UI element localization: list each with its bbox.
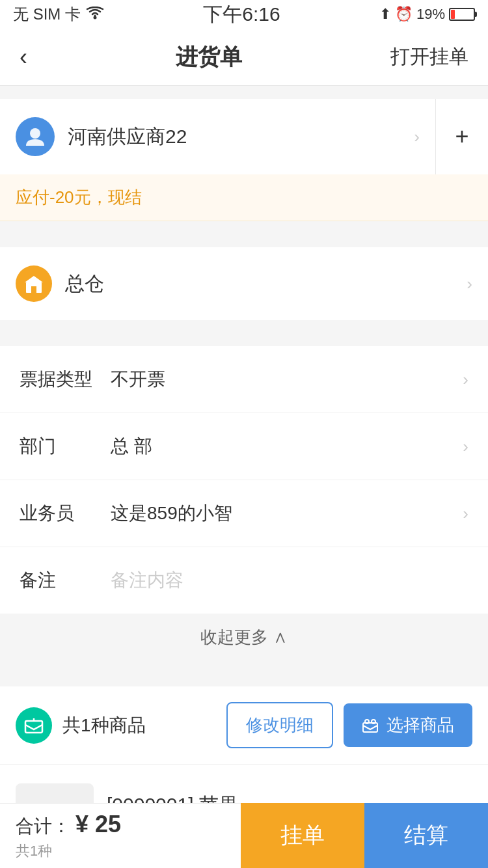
alarm-icon: ⏰	[395, 6, 413, 23]
back-button[interactable]: ‹	[20, 44, 27, 71]
sales-value: 这是859的小智	[98, 501, 463, 526]
product-header-icon	[16, 707, 52, 744]
supplier-section: 河南供应商22 › +	[0, 99, 488, 174]
gap1	[0, 86, 488, 99]
status-bar: 无 SIM 卡 下午6:16 ⬆ ⏰ 19%	[0, 0, 488, 29]
sales-chevron-icon: ›	[463, 504, 468, 524]
battery-percent: 19%	[416, 6, 445, 23]
invoice-label: 票据类型	[20, 367, 98, 392]
collapse-label: 收起更多 ∧	[200, 626, 287, 649]
bottom-bar: 合计： ¥ 25 共1种 挂单 结算	[0, 803, 488, 868]
warehouse-row[interactable]: 总仓 ›	[0, 247, 488, 320]
remark-input[interactable]: 备注内容	[98, 568, 468, 593]
select-product-label: 选择商品	[386, 714, 454, 737]
remark-row[interactable]: 备注 备注内容	[0, 547, 488, 614]
sales-row[interactable]: 业务员 这是859的小智 ›	[0, 480, 488, 547]
product-count: 共1种商品	[62, 713, 216, 738]
notice-text: 应付-20元，现结	[16, 187, 142, 207]
invoice-row[interactable]: 票据类型 不开票 ›	[0, 346, 488, 413]
edit-detail-button[interactable]: 修改明细	[226, 702, 333, 748]
invoice-chevron-icon: ›	[463, 370, 468, 390]
total-value: ¥ 25	[75, 811, 121, 838]
dept-row[interactable]: 部门 总 部 ›	[0, 413, 488, 480]
product-header: 共1种商品 修改明细 选择商品	[0, 686, 488, 764]
warehouse-icon	[16, 265, 52, 302]
warehouse-chevron-icon: ›	[467, 274, 472, 294]
gap4	[0, 660, 488, 673]
nav-bar: ‹ 进货单 打开挂单	[0, 29, 488, 86]
select-product-button[interactable]: 选择商品	[344, 703, 472, 747]
supplier-avatar	[16, 117, 55, 156]
svg-rect-4	[31, 286, 36, 293]
dept-label: 部门	[20, 434, 98, 459]
location-icon: ⬆	[379, 6, 391, 23]
dept-value: 总 部	[98, 434, 463, 459]
svg-point-9	[372, 720, 375, 724]
form-section: 票据类型 不开票 › 部门 总 部 › 业务员 这是859的小智 › 备注 备注…	[0, 346, 488, 614]
gap2	[0, 221, 488, 234]
status-time: 下午6:16	[203, 1, 280, 28]
supplier-chevron-icon: ›	[414, 127, 420, 147]
svg-rect-7	[363, 723, 377, 732]
wifi-icon	[86, 5, 104, 23]
notice-bar: 应付-20元，现结	[0, 174, 488, 221]
sales-label: 业务员	[20, 501, 98, 526]
status-left: 无 SIM 卡	[13, 4, 104, 25]
invoice-value: 不开票	[98, 367, 463, 392]
bottom-count: 共1种	[16, 841, 225, 861]
supplier-name: 河南供应商22	[68, 124, 401, 150]
svg-marker-3	[25, 276, 43, 282]
svg-point-0	[94, 16, 97, 20]
svg-point-1	[30, 128, 40, 139]
battery-icon	[449, 8, 475, 21]
collapse-bar[interactable]: 收起更多 ∧	[0, 614, 488, 660]
status-right: ⬆ ⏰ 19%	[379, 6, 475, 23]
total-label: 合计：	[16, 814, 70, 839]
page-title: 进货单	[176, 42, 242, 72]
settle-button[interactable]: 结算	[364, 803, 488, 868]
remark-label: 备注	[20, 568, 98, 593]
open-hang-button[interactable]: 打开挂单	[390, 44, 468, 70]
cart-icon	[362, 718, 380, 733]
gap3	[0, 320, 488, 333]
hang-button[interactable]: 挂单	[241, 803, 364, 868]
warehouse-name: 总仓	[65, 271, 454, 297]
svg-point-8	[365, 720, 369, 724]
add-supplier-button[interactable]: +	[436, 99, 488, 174]
dept-chevron-icon: ›	[463, 437, 468, 457]
bottom-info: 合计： ¥ 25 共1种	[0, 803, 241, 868]
carrier-text: 无 SIM 卡	[13, 4, 81, 25]
supplier-row[interactable]: 河南供应商22 ›	[0, 99, 436, 174]
